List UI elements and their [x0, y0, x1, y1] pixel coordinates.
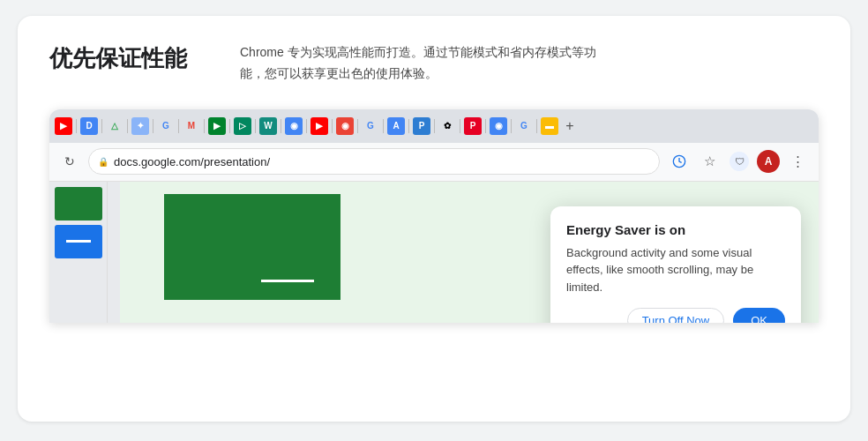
favicon-maps[interactable]: ◉ — [336, 117, 354, 135]
favicon-photos[interactable]: ✿ — [438, 117, 456, 135]
tab-favicon-row: ▶ D △ ✦ G M ▶ ▷ W ◉ ▶ — [55, 117, 558, 135]
performance-button[interactable] — [667, 149, 692, 174]
slide-green-element — [164, 194, 340, 300]
favicon-cr[interactable]: ◉ — [285, 117, 303, 135]
tab-divider — [101, 119, 102, 133]
browser-mockup: ▶ D △ ✦ G M ▶ ▷ W ◉ ▶ — [49, 109, 819, 323]
slide-thumb-1[interactable] — [55, 187, 102, 220]
favicon-yt[interactable]: ▶ — [55, 117, 72, 135]
tab-divider — [434, 119, 435, 133]
main-heading: 优先保证性能 — [49, 42, 187, 74]
popup-title: Energy Saver is on — [566, 222, 785, 237]
tab-divider — [178, 119, 179, 133]
tab-divider — [229, 119, 230, 133]
favicon-ext[interactable]: ✦ — [131, 117, 149, 135]
favicon-meet[interactable]: ▶ — [208, 117, 226, 135]
slide-ruler-left — [108, 182, 120, 323]
tab-divider — [383, 119, 384, 133]
tab-divider — [485, 119, 486, 133]
popup-actions: Turn Off Now OK — [566, 308, 785, 323]
tab-divider — [76, 119, 77, 133]
favicon-yt2[interactable]: ▶ — [311, 117, 328, 135]
url-text: docs.google.com/presentation/ — [114, 155, 270, 168]
tab-divider — [460, 119, 460, 133]
favicon-g2[interactable]: G — [362, 117, 379, 135]
slide-thumb-2[interactable] — [55, 225, 102, 258]
tab-divider — [306, 119, 307, 133]
favicon-translate[interactable]: A — [387, 117, 405, 135]
favicon-google[interactable]: G — [157, 117, 175, 135]
favicon-pin[interactable]: P — [413, 117, 430, 135]
favicon-active[interactable]: ▬ — [541, 117, 558, 135]
favicon-g3[interactable]: G — [515, 117, 533, 135]
new-tab-button[interactable]: + — [560, 116, 580, 136]
tab-divider — [357, 119, 358, 133]
shield-button[interactable]: 🛡 — [727, 149, 752, 174]
favicon-docs[interactable]: D — [80, 117, 98, 135]
tab-divider — [153, 119, 153, 133]
shield-icon: 🛡 — [730, 152, 749, 171]
slides-sidebar — [49, 182, 108, 323]
tab-divider — [511, 119, 512, 133]
more-button[interactable]: ⋮ — [785, 149, 810, 174]
lock-icon: 🔒 — [98, 157, 108, 167]
favicon-gmail[interactable]: M — [183, 117, 200, 135]
tab-divider — [255, 119, 256, 133]
url-box[interactable]: 🔒 docs.google.com/presentation/ — [88, 148, 660, 175]
main-card: 优先保证性能 Chrome 专为实现高性能而打造。通过节能模式和省内存模式等功能… — [18, 16, 850, 422]
top-section: 优先保证性能 Chrome 专为实现高性能而打造。通过节能模式和省内存模式等功能… — [49, 42, 819, 85]
favicon-pinterest[interactable]: P — [464, 117, 482, 135]
tab-divider — [204, 119, 205, 133]
favicon-wa[interactable]: W — [259, 117, 277, 135]
favicon-play[interactable]: ▷ — [234, 117, 251, 135]
address-bar-actions: ☆ 🛡 A ⋮ — [667, 149, 810, 174]
tab-divider — [127, 119, 128, 133]
popup-body: Background activity and some visual effe… — [566, 244, 785, 296]
slide-white-line — [261, 280, 314, 282]
address-bar: ↻ 🔒 docs.google.com/presentation/ ☆ 🛡 A … — [49, 143, 819, 182]
bookmark-button[interactable]: ☆ — [697, 149, 722, 174]
favicon-cr2[interactable]: ◉ — [490, 117, 507, 135]
favicon-drive[interactable]: △ — [106, 117, 123, 135]
refresh-button[interactable]: ↻ — [58, 150, 81, 173]
turn-off-now-button[interactable]: Turn Off Now — [627, 308, 725, 323]
avatar: A — [757, 150, 780, 173]
tabs-bar: ▶ D △ ✦ G M ▶ ▷ W ◉ ▶ — [49, 109, 819, 143]
tab-divider — [408, 119, 409, 133]
tab-divider — [536, 119, 537, 133]
tab-divider — [332, 119, 333, 133]
main-description: Chrome 专为实现高性能而打造。通过节能模式和省内存模式等功能，您可以获享更… — [240, 42, 610, 85]
tab-divider — [281, 119, 281, 133]
energy-saver-popup: Energy Saver is on Background activity a… — [550, 206, 801, 323]
content-area: Energy Saver is on Background activity a… — [49, 182, 819, 323]
ok-button[interactable]: OK — [733, 308, 785, 323]
